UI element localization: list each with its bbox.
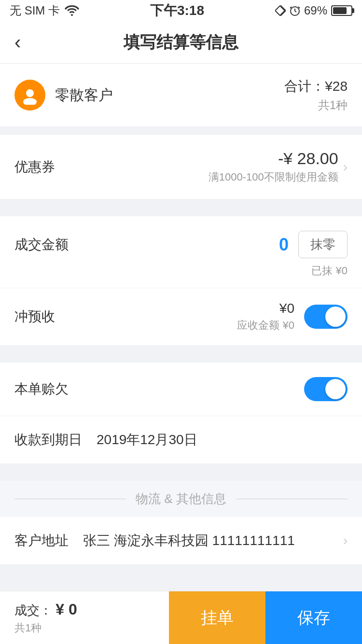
logistics-divider: 物流 & 其他信息 (0, 481, 362, 517)
status-bar-left: 无 SIM 卡 (10, 3, 79, 18)
prepaid-card: 冲预收 ¥0 应收金额 ¥0 (0, 288, 362, 345)
prepaid-right: ¥0 应收金额 ¥0 (237, 301, 348, 333)
bottom-info: 成交： ¥ 0 共1种 (0, 601, 169, 635)
content: 零散客户 合计：¥28 共1种 优惠券 -¥ 28.00 满1000-100不限… (0, 64, 362, 630)
total-count: 共1种 (284, 98, 348, 113)
svg-point-3 (26, 89, 34, 97)
address-value: 张三 海淀永丰科技园 11111111111 (83, 532, 329, 550)
coupon-chevron-icon: › (343, 159, 348, 175)
address-card: 客户地址 张三 海淀永丰科技园 11111111111 › (0, 517, 362, 564)
due-date-row: 收款到期日 2019年12月30日 (0, 416, 362, 463)
coupon-right: -¥ 28.00 满1000-100不限制使用金额 › (209, 149, 348, 184)
prepaid-row: 冲预收 ¥0 应收金额 ¥0 (0, 288, 362, 345)
customer-right: 合计：¥28 共1种 (284, 77, 348, 113)
prepaid-main: ¥0 (237, 301, 294, 316)
round-button[interactable]: 抹零 (298, 231, 348, 258)
prepaid-sub: 应收金额 ¥0 (237, 318, 294, 333)
amount-sub: 已抹 ¥0 (311, 265, 348, 277)
alarm-icon (290, 5, 300, 16)
status-bar: 无 SIM 卡 下午3:18 69% (0, 0, 362, 21)
divider-line-right (236, 499, 348, 499)
page-title: 填写结算等信息 (124, 31, 238, 54)
toggle-thumb (325, 307, 346, 327)
due-label: 收款到期日 (14, 431, 82, 449)
section-divider-2 (0, 353, 362, 363)
bottom-deal-label: 成交： (14, 603, 52, 617)
section-divider-1 (0, 207, 362, 216)
wifi-icon (65, 5, 79, 16)
customer-left: 零散客户 (14, 80, 113, 111)
customer-name: 零散客户 (55, 85, 113, 105)
section-divider-3 (0, 471, 362, 481)
total-price: 合计：¥28 (284, 77, 348, 96)
amount-sub-row: 已抹 ¥0 (14, 262, 348, 278)
save-button[interactable]: 保存 (265, 591, 362, 644)
bottom-deal: 成交： ¥ 0 (14, 601, 154, 619)
divider-line-left (14, 499, 126, 499)
location-icon (275, 5, 286, 16)
coupon-info: -¥ 28.00 满1000-100不限制使用金额 (209, 149, 338, 184)
prepaid-label: 冲预收 (14, 308, 55, 326)
address-label: 客户地址 (14, 532, 69, 550)
coupon-row[interactable]: 优惠券 -¥ 28.00 满1000-100不限制使用金额 › (0, 134, 362, 199)
debt-card: 本单赊欠 收款到期日 2019年12月30日 (0, 363, 362, 463)
back-button[interactable]: ‹ (14, 31, 21, 53)
due-date: 2019年12月30日 (97, 431, 197, 449)
coupon-label: 优惠券 (14, 158, 55, 176)
sim-status: 无 SIM 卡 (10, 3, 60, 18)
coupon-discount: -¥ 28.00 (209, 149, 338, 168)
debt-toggle[interactable] (304, 377, 348, 401)
svg-point-4 (23, 98, 37, 105)
coupon-card: 优惠券 -¥ 28.00 满1000-100不限制使用金额 › (0, 134, 362, 199)
bottom-count: 共1种 (14, 621, 154, 635)
address-row[interactable]: 客户地址 张三 海淀永丰科技园 11111111111 › (0, 517, 362, 564)
status-bar-right: 69% (275, 4, 352, 17)
avatar (14, 80, 45, 111)
nav-bar: ‹ 填写结算等信息 (0, 21, 362, 64)
coupon-desc: 满1000-100不限制使用金额 (209, 170, 338, 184)
hang-button[interactable]: 挂单 (169, 591, 265, 644)
amount-section: 成交金额 0 抹零 已抹 ¥0 (0, 216, 362, 288)
prepaid-toggle[interactable] (304, 305, 348, 329)
prepaid-values: ¥0 应收金额 ¥0 (237, 301, 294, 333)
customer-row: 零散客户 合计：¥28 共1种 (0, 64, 362, 126)
debt-label: 本单赊欠 (14, 380, 69, 398)
svg-line-2 (295, 11, 296, 12)
amount-right-group: 0 抹零 (279, 231, 348, 258)
amount-row: 成交金额 0 抹零 (14, 231, 348, 258)
debt-toggle-thumb (325, 379, 346, 399)
bottom-bar: 成交： ¥ 0 共1种 挂单 保存 (0, 591, 362, 644)
logistics-text: 物流 & 其他信息 (136, 490, 226, 507)
bottom-deal-amount: ¥ 0 (56, 601, 77, 618)
battery-percent: 69% (304, 4, 327, 17)
amount-label: 成交金额 (14, 236, 69, 254)
status-time: 下午3:18 (150, 1, 204, 20)
amount-value: 0 (279, 235, 289, 255)
battery-icon (331, 5, 352, 16)
address-chevron-icon: › (343, 533, 348, 548)
debt-row: 本单赊欠 (0, 363, 362, 416)
customer-card: 零散客户 合计：¥28 共1种 (0, 64, 362, 126)
